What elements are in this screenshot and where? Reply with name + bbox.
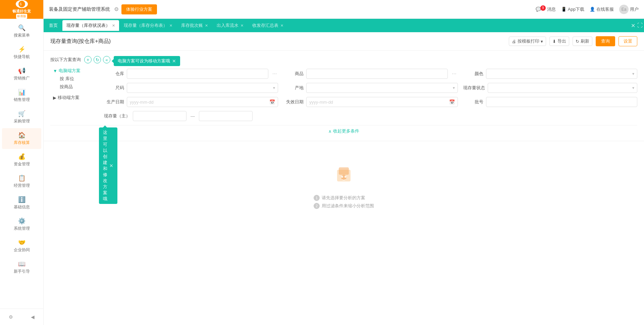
sidebar-item-marketing[interactable]: 📢 营销推广 xyxy=(2,64,41,85)
sidebar-item-label: 系统管理 xyxy=(14,226,30,231)
export-button[interactable]: ⬇ 导出 xyxy=(549,37,569,46)
sidebar-item-guide[interactable]: 📖 新手引导 xyxy=(2,257,41,278)
empty-tip-1: 1 请先选择要分析的方案 xyxy=(314,195,374,201)
stock-status-select[interactable]: ▾ xyxy=(488,83,637,93)
tab-flow[interactable]: 出入库流水 ✕ xyxy=(213,20,248,31)
tab-stock-dist[interactable]: 现存量（库存分布表） ✕ xyxy=(120,20,176,31)
sidebar-item-finance[interactable]: 💰 资金管理 xyxy=(2,150,41,170)
desktop-scheme-group[interactable]: ▼ 电脑端方案 xyxy=(50,67,104,75)
color-group: 颜色 ▾ xyxy=(463,69,637,79)
tooltip-1-close[interactable]: ✕ xyxy=(172,58,176,64)
collapse-label: 收起更多条件 xyxy=(333,128,359,134)
marketing-icon: 📢 xyxy=(18,67,25,74)
scheme-refresh-button[interactable]: ↻ xyxy=(94,56,101,63)
sidebar-item-sales[interactable]: 📊 销售管理 xyxy=(2,85,41,106)
goods-dots[interactable]: ··· xyxy=(450,71,458,77)
warehouse-group: 仓库 ··· xyxy=(104,69,278,79)
tab-stock-status[interactable]: 现存量（库存状况表） ✕ xyxy=(62,20,119,31)
setup-button[interactable]: 设置 xyxy=(619,36,637,46)
sidebar-item-label: 经营管理 xyxy=(14,183,30,188)
notice-item[interactable]: 💬 9 消息 xyxy=(536,6,556,12)
sidebar-bottom: ⚙ ◀ xyxy=(0,309,43,325)
origin-group: 产地 ▾ xyxy=(283,83,458,93)
filter-collapse-button[interactable]: ∧ 收起更多条件 xyxy=(50,125,637,137)
refresh-button[interactable]: ↻ 刷新 xyxy=(573,37,592,46)
tab-batch-close[interactable]: ✕ xyxy=(205,23,208,28)
tab-home[interactable]: 首页 xyxy=(45,20,62,31)
color-arrow: ▾ xyxy=(632,71,634,76)
edit-tooltip-close[interactable]: ✕ xyxy=(109,163,113,168)
collab-icon: 🤝 xyxy=(18,239,25,246)
tab-stock-status-label: 现存量（库存状况表） xyxy=(66,22,110,29)
online-support-item[interactable]: 👤 在线客服 xyxy=(590,6,614,12)
tab-summary-close[interactable]: ✕ xyxy=(280,23,283,28)
size-arrow: ▾ xyxy=(273,86,275,90)
tab-home-label: 首页 xyxy=(49,22,58,29)
edit-tooltip-text: 这里可以创建和修改方案哦 xyxy=(103,129,107,202)
mobile-scheme-group[interactable]: ▶ 移动端方案 xyxy=(50,94,104,102)
tab-stock-status-close[interactable]: ✕ xyxy=(112,23,115,28)
size-select[interactable]: ▾ xyxy=(127,83,278,93)
support-icon: 👤 xyxy=(590,7,595,12)
sidebar-item-management[interactable]: 📋 经营管理 xyxy=(2,171,41,192)
refresh-icon: ↻ xyxy=(576,39,579,44)
scheme-item-warehouse[interactable]: 按库位 xyxy=(57,75,104,83)
tab-flow-label: 出入库流水 xyxy=(217,22,238,29)
origin-select[interactable]: ▾ xyxy=(306,83,458,93)
stock-main-input-max[interactable] xyxy=(199,111,253,121)
main-area: 装备及固定资产辅助管理系统 ⚙ 体验行业方案 💬 9 消息 📱 App下载 👤 … xyxy=(44,0,644,325)
app-download-item[interactable]: 📱 App下载 xyxy=(561,6,584,12)
sidebar-item-label: 销售管理 xyxy=(14,97,30,103)
sidebar-logo: 6 畅通好生意 标准版 xyxy=(0,0,43,19)
stock-main-input-min[interactable] xyxy=(133,111,186,121)
sidebar-item-label: 企业协同 xyxy=(14,247,30,253)
prod-date-input[interactable]: yyyy-mm-dd 📅 xyxy=(127,97,278,107)
sidebar-item-info[interactable]: ℹ️ 基础信息 xyxy=(2,193,41,213)
query-button[interactable]: 查询 xyxy=(596,36,615,46)
filter-fields: 仓库 ··· 商品 ··· xyxy=(104,69,637,121)
origin-label: 产地 xyxy=(283,85,304,91)
sidebar-item-nav[interactable]: ⚡ 快捷导航 xyxy=(2,42,41,63)
color-select[interactable]: ▾ xyxy=(486,69,637,79)
sidebar-item-collab[interactable]: 🤝 企业协同 xyxy=(2,235,41,256)
sidebar-item-label: 营销推广 xyxy=(14,75,30,81)
tab-summary[interactable]: 收发存汇总表 ✕ xyxy=(248,20,287,31)
scheme-add-button[interactable]: + xyxy=(84,56,92,63)
desktop-scheme-items: 按库位 按商品 xyxy=(50,75,104,91)
sidebar-item-purchase[interactable]: 🛒 采购管理 xyxy=(2,107,41,127)
sidebar-settings-btn[interactable]: ⚙ xyxy=(7,312,15,322)
tab-batch[interactable]: 库存批次账 ✕ xyxy=(177,20,212,31)
page-actions: 🖨 按模板打印 ▾ ⬇ 导出 ↻ 刷新 查询 设置 xyxy=(509,36,637,46)
color-label: 颜色 xyxy=(463,71,483,77)
warehouse-select[interactable] xyxy=(127,69,268,79)
sidebar-collapse-btn[interactable]: ◀ xyxy=(29,312,37,322)
stock-main-group: 现存量（主） — xyxy=(104,111,637,121)
filter-row-4: 现存量（主） — xyxy=(104,111,637,121)
top-bar: 装备及固定资产辅助管理系统 ⚙ 体验行业方案 💬 9 消息 📱 App下载 👤 … xyxy=(44,0,644,19)
tab-stock-dist-close[interactable]: ✕ xyxy=(169,23,172,28)
sidebar-item-label: 资金管理 xyxy=(14,161,30,167)
goods-select[interactable] xyxy=(306,69,448,79)
svg-rect-3 xyxy=(339,167,349,175)
scheme-item-goods[interactable]: 按商品 xyxy=(57,83,104,91)
user-item[interactable]: Ea 用户 xyxy=(619,5,639,14)
batch-input[interactable] xyxy=(486,97,637,107)
trial-button[interactable]: 体验行业方案 xyxy=(121,4,157,14)
sidebar-item-inventory[interactable]: 🏠 库存核算 xyxy=(2,128,41,149)
tab-flow-close[interactable]: ✕ xyxy=(240,23,244,28)
print-button[interactable]: 🖨 按模板打印 ▾ xyxy=(509,37,546,46)
expiry-date-input[interactable]: yyyy-mm-dd 📅 xyxy=(306,97,458,107)
tab-maximize-icon[interactable]: ⛶ xyxy=(637,22,643,29)
warehouse-dots[interactable]: ··· xyxy=(271,71,278,77)
print-icon: 🖨 xyxy=(512,39,516,44)
tab-summary-label: 收发存汇总表 xyxy=(252,22,278,29)
scheme-back-button[interactable]: « xyxy=(103,56,110,63)
tab-close-all-icon[interactable]: ✕ xyxy=(631,22,635,29)
nav-icon: ⚡ xyxy=(18,46,25,53)
tip-num-2: 2 xyxy=(314,203,320,209)
settings-icon[interactable]: ⚙ xyxy=(114,6,119,12)
sidebar-item-search[interactable]: 🔍 搜索菜单 xyxy=(2,21,41,42)
sidebar-item-system[interactable]: ⚙️ 系统管理 xyxy=(2,214,41,235)
expiry-date-group: 失效日期 yyyy-mm-dd 📅 xyxy=(283,97,458,107)
sidebar-item-label: 库存核算 xyxy=(14,140,30,146)
